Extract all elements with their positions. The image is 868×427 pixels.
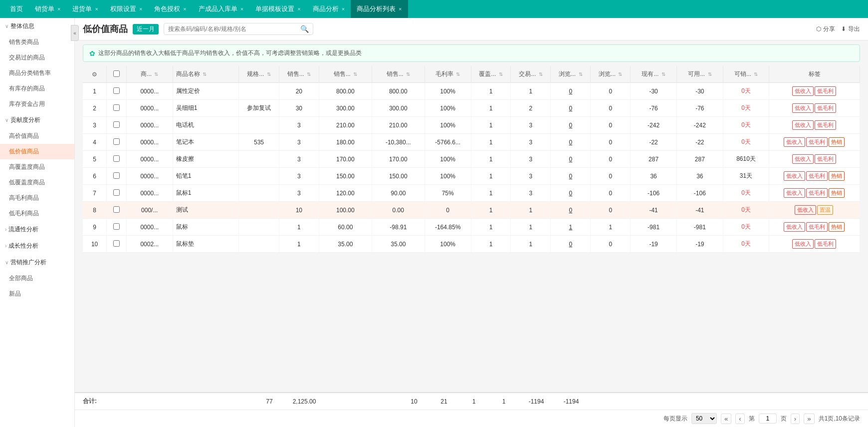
browse1-value[interactable]: 0 [569, 241, 573, 248]
row-checkbox-cell[interactable] [107, 100, 127, 117]
browse1-value[interactable]: 1 [569, 224, 573, 231]
sidebar-item-category-rate[interactable]: 商品分类销售率 [0, 65, 74, 81]
spec-column-header[interactable]: 规格... ⇅ [239, 66, 279, 83]
nav-template[interactable]: 单据模板设置 × [249, 0, 306, 18]
sidebar-item-new-goods[interactable]: 新品 [0, 286, 74, 302]
margin-column-header[interactable]: 毛利率 ⇅ [425, 66, 471, 83]
row-checkbox-cell[interactable] [107, 236, 127, 253]
row-checkbox-cell[interactable] [107, 185, 127, 202]
tag-badge: 低毛利 [806, 222, 828, 232]
sidebar-group-growth[interactable]: › 成长性分析 [0, 238, 74, 254]
row-checkbox[interactable] [113, 172, 120, 179]
browse1-value[interactable]: 0 [569, 156, 573, 163]
time-badge[interactable]: 近一月 [133, 24, 159, 34]
nav-close-sales[interactable]: × [57, 6, 60, 12]
nav-close-purchase[interactable]: × [95, 6, 98, 12]
sales-avg-column-header[interactable]: 销售... ⇅ [372, 66, 425, 83]
sidebar-item-low-value[interactable]: 低价值商品 [0, 144, 74, 159]
browse2-column-header[interactable]: 浏览... ⇅ [591, 66, 631, 83]
export-button[interactable]: ⬇ 导出 [841, 25, 860, 33]
sidebar-item-low-coverage[interactable]: 低覆盖度商品 [0, 175, 74, 190]
browse1-value[interactable]: 0 [569, 88, 573, 95]
row-browse1-cell: 0 [551, 202, 591, 219]
search-icon[interactable]: 🔍 [300, 25, 309, 33]
row-checkbox[interactable] [113, 223, 120, 230]
code-column-header[interactable]: 商... ⇅ [126, 66, 173, 83]
avail-column-header[interactable]: 可用... ⇅ [676, 66, 723, 83]
nav-close-template[interactable]: × [297, 6, 300, 12]
row-checkbox[interactable] [113, 240, 120, 247]
prev-page-button[interactable]: ‹ [735, 414, 744, 424]
browse1-column-header[interactable]: 浏览... ⇅ [551, 66, 591, 83]
page-input[interactable] [759, 414, 777, 424]
browse1-value[interactable]: 0 [569, 139, 573, 146]
sidebar-item-all-goods[interactable]: 全部商品 [0, 271, 74, 286]
arrow-icon-2: ∨ [5, 117, 8, 123]
nav-product-analysis[interactable]: 商品分析 × [307, 0, 351, 18]
row-checkbox[interactable] [113, 138, 120, 145]
row-spec [239, 219, 279, 236]
row-checkbox-cell[interactable] [107, 83, 127, 100]
sidebar-item-high-margin[interactable]: 高毛利商品 [0, 190, 74, 206]
next-page-button[interactable]: › [791, 414, 800, 424]
sales-amt-column-header[interactable]: 销售... ⇅ [319, 66, 372, 83]
settings-column-header[interactable]: ⚙ [83, 66, 107, 83]
sellable-column-header[interactable]: 可销... ⇅ [723, 66, 769, 83]
sidebar-item-high-value[interactable]: 高价值商品 [0, 128, 74, 144]
nav-close-permission[interactable]: × [139, 6, 142, 12]
row-checkbox[interactable] [113, 155, 120, 162]
sidebar-item-traded-goods[interactable]: 交易过的商品 [0, 50, 74, 65]
last-page-button[interactable]: » [804, 414, 814, 424]
nav-sales[interactable]: 销货单 × [29, 0, 66, 18]
row-checkbox-cell[interactable] [107, 219, 127, 236]
row-checkbox[interactable] [113, 121, 120, 128]
sidebar-group-flow[interactable]: › 流通性分析 [0, 221, 74, 238]
nav-permission[interactable]: 权限设置 × [104, 0, 148, 18]
sidebar-group-overall[interactable]: ∨ 整体信息 [0, 18, 74, 34]
nav-close-product-in[interactable]: × [240, 6, 243, 12]
sidebar-item-stock-goods[interactable]: 有库存的商品 [0, 81, 74, 96]
browse1-value[interactable]: 0 [569, 122, 573, 129]
sidebar-group-marketing[interactable]: ∨ 营销推广分析 [0, 254, 74, 271]
row-checkbox-cell[interactable] [107, 134, 127, 151]
sidebar-item-stock-capital[interactable]: 库存资金占用 [0, 96, 74, 112]
row-checkbox[interactable] [113, 104, 120, 111]
stock-column-header[interactable]: 现有... ⇅ [631, 66, 677, 83]
alert-icon: ✿ [89, 49, 95, 57]
row-checkbox[interactable] [113, 189, 120, 196]
nav-close-role[interactable]: × [183, 6, 186, 12]
browse1-value[interactable]: 0 [569, 190, 573, 197]
nav-purchase[interactable]: 进货单 × [66, 0, 104, 18]
per-page-select[interactable]: 50 100 200 [691, 413, 717, 424]
sidebar-item-high-coverage[interactable]: 高覆盖度商品 [0, 159, 74, 175]
tag-badge: 低收入 [792, 239, 814, 249]
row-checkbox[interactable] [113, 206, 120, 213]
row-checkbox-cell[interactable] [107, 168, 127, 185]
nav-home[interactable]: 首页 [4, 0, 29, 18]
row-checkbox-cell[interactable] [107, 117, 127, 134]
nav-close-analysis-list[interactable]: × [399, 6, 402, 12]
first-page-button[interactable]: « [721, 414, 731, 424]
name-column-header[interactable]: 商品名称 ⇅ [173, 66, 238, 83]
search-input[interactable] [168, 25, 300, 32]
row-checkbox-cell[interactable] [107, 151, 127, 168]
cover-column-header[interactable]: 覆盖... ⇅ [471, 66, 511, 83]
nav-role[interactable]: 角色授权 × [148, 0, 192, 18]
browse1-value[interactable]: 0 [569, 207, 573, 214]
nav-analysis-list[interactable]: 商品分析列表 × [351, 0, 408, 18]
share-button[interactable]: ⬡ 分享 [816, 25, 835, 33]
total-sales-qty: 77 [254, 398, 284, 405]
row-checkbox-cell[interactable] [107, 202, 127, 219]
select-all-checkbox[interactable] [113, 70, 120, 77]
sidebar-collapse-button[interactable]: « [71, 25, 79, 41]
row-checkbox[interactable] [113, 87, 120, 94]
nav-close-product-analysis[interactable]: × [342, 6, 345, 12]
browse1-value[interactable]: 0 [569, 105, 573, 112]
sidebar-item-low-margin[interactable]: 低毛利商品 [0, 206, 74, 221]
nav-product-in[interactable]: 产成品入库单 × [193, 0, 249, 18]
sales-qty-column-header[interactable]: 销售... ⇅ [279, 66, 319, 83]
sidebar-item-sales-goods[interactable]: 销售类商品 [0, 34, 74, 50]
browse1-value[interactable]: 0 [569, 173, 573, 180]
sidebar-group-contribution[interactable]: ∨ 贡献度分析 [0, 112, 74, 128]
trade-column-header[interactable]: 交易... ⇅ [511, 66, 551, 83]
